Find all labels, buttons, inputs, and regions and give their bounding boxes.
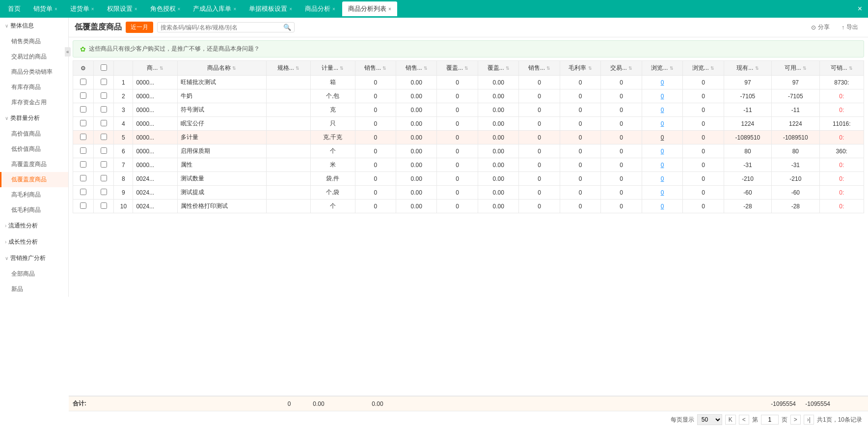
- nav-sales-order[interactable]: 销货单 ×: [27, 1, 63, 16]
- nav-close-all[interactable]: ×: [854, 2, 866, 15]
- col-sales-count[interactable]: 销售... ⇅: [519, 61, 560, 76]
- row-settings-btn[interactable]: [80, 134, 86, 140]
- sidebar-item-low-coverage[interactable]: 低覆盖度商品: [0, 172, 68, 187]
- row-action[interactable]: [73, 200, 94, 213]
- row-settings-btn[interactable]: [80, 189, 86, 195]
- nav-sales-order-close[interactable]: ×: [54, 6, 57, 12]
- row-action[interactable]: [73, 89, 94, 103]
- sidebar-item-category-rate[interactable]: 商品分类动销率: [0, 64, 68, 80]
- row-checkbox[interactable]: [93, 186, 114, 200]
- page-number-input[interactable]: [761, 415, 779, 425]
- sidebar-collapse-button[interactable]: «: [65, 47, 71, 57]
- nav-product-in[interactable]: 产成品入库单 ×: [187, 1, 242, 16]
- sidebar-item-low-profit[interactable]: 低毛利商品: [0, 202, 68, 218]
- row-settings-btn[interactable]: [80, 202, 86, 209]
- nav-purchase-order-close[interactable]: ×: [91, 6, 94, 12]
- row-action[interactable]: [73, 117, 94, 131]
- row-action[interactable]: [73, 131, 94, 144]
- row-checkbox[interactable]: [93, 200, 114, 213]
- nav-product-in-close[interactable]: ×: [233, 6, 236, 12]
- row-checkbox[interactable]: [101, 79, 107, 85]
- per-page-select[interactable]: 50 20 100 200: [697, 414, 722, 425]
- share-button[interactable]: ⊙ 分享: [807, 22, 834, 33]
- prev-page-button[interactable]: <: [739, 415, 749, 425]
- row-checkbox[interactable]: [101, 161, 107, 168]
- sidebar-section-growth[interactable]: › 成长性分析: [0, 234, 68, 250]
- nav-product-analysis-close[interactable]: ×: [332, 6, 335, 12]
- sidebar-item-high-value[interactable]: 高价值商品: [0, 126, 68, 142]
- col-trans-count[interactable]: 交易... ⇅: [601, 61, 642, 76]
- sidebar-item-capital[interactable]: 库存资金占用: [0, 95, 68, 110]
- row-action[interactable]: [73, 144, 94, 158]
- export-button[interactable]: ↑ 导出: [838, 22, 862, 33]
- nav-role-auth[interactable]: 角色授权 ×: [144, 1, 187, 16]
- row-checkbox[interactable]: [101, 120, 107, 126]
- sidebar-item-new-products[interactable]: 新品: [0, 282, 68, 297]
- row-action[interactable]: [73, 76, 94, 89]
- nav-permission[interactable]: 权限设置 ×: [101, 1, 143, 16]
- row-checkbox[interactable]: [93, 76, 114, 89]
- row-checkbox[interactable]: [93, 103, 114, 117]
- row-settings-btn[interactable]: [80, 106, 86, 113]
- col-cover-amount[interactable]: 覆盖... ⇅: [478, 61, 518, 76]
- col-sales-amount[interactable]: 销售... ⇅: [396, 61, 437, 76]
- row-action[interactable]: [73, 158, 94, 172]
- nav-product-analysis-list[interactable]: 商品分析列表 ×: [342, 1, 397, 16]
- row-checkbox[interactable]: [93, 89, 114, 103]
- first-page-button[interactable]: K: [725, 415, 736, 425]
- col-checkbox-all[interactable]: [93, 61, 114, 76]
- row-checkbox[interactable]: [93, 144, 114, 158]
- row-checkbox[interactable]: [101, 134, 107, 140]
- col-browse-val[interactable]: 浏览... ⇅: [683, 61, 724, 76]
- sidebar-section-group-analysis[interactable]: ∨ 类群量分析: [0, 110, 68, 126]
- row-settings-btn[interactable]: [80, 92, 86, 99]
- row-settings-btn[interactable]: [80, 147, 86, 154]
- row-action[interactable]: [73, 103, 94, 117]
- last-page-button[interactable]: ›|: [804, 415, 814, 425]
- row-action[interactable]: [73, 186, 94, 200]
- sidebar-item-traded-products[interactable]: 交易过的商品: [0, 49, 68, 64]
- nav-product-analysis-list-close[interactable]: ×: [388, 6, 391, 12]
- row-checkbox[interactable]: [101, 189, 107, 195]
- row-settings-btn[interactable]: [80, 79, 86, 85]
- sidebar-section-overall[interactable]: ∨ 整体信息: [0, 18, 68, 34]
- nav-purchase-order[interactable]: 进货单 ×: [64, 1, 100, 16]
- row-checkbox[interactable]: [101, 106, 107, 113]
- col-sellable[interactable]: 可销... ⇅: [819, 61, 864, 76]
- col-available[interactable]: 可用... ⇅: [772, 61, 819, 76]
- sidebar-item-all-products[interactable]: 全部商品: [0, 266, 68, 282]
- search-icon[interactable]: 🔍: [283, 24, 291, 31]
- row-checkbox[interactable]: [93, 158, 114, 172]
- nav-template[interactable]: 单据模板设置 ×: [243, 1, 298, 16]
- col-cover-qty[interactable]: 覆盖... ⇅: [437, 61, 478, 76]
- nav-home[interactable]: 首页: [2, 1, 27, 16]
- col-settings[interactable]: ⚙: [73, 61, 94, 76]
- row-checkbox[interactable]: [101, 147, 107, 154]
- row-checkbox[interactable]: [93, 131, 114, 144]
- col-gross-rate[interactable]: 毛利率 ⇅: [560, 61, 600, 76]
- row-checkbox[interactable]: [93, 172, 114, 186]
- col-sales-qty[interactable]: 销售... ⇅: [355, 61, 396, 76]
- nav-permission-close[interactable]: ×: [135, 6, 137, 12]
- row-settings-btn[interactable]: [80, 161, 86, 168]
- sidebar-item-high-profit[interactable]: 高毛利商品: [0, 187, 68, 202]
- row-checkbox[interactable]: [101, 175, 107, 181]
- row-checkbox[interactable]: [101, 92, 107, 99]
- select-all-checkbox[interactable]: [101, 64, 107, 71]
- row-checkbox[interactable]: [101, 202, 107, 209]
- col-current-stock[interactable]: 现有... ⇅: [724, 61, 771, 76]
- sidebar-item-low-value[interactable]: 低价值商品: [0, 142, 68, 157]
- search-input[interactable]: [161, 24, 281, 31]
- row-settings-btn[interactable]: [80, 175, 86, 181]
- nav-template-close[interactable]: ×: [289, 6, 292, 12]
- time-filter-button[interactable]: 近一月: [126, 22, 153, 33]
- nav-role-auth-close[interactable]: ×: [178, 6, 181, 12]
- col-unit[interactable]: 计量... ⇅: [311, 61, 355, 76]
- col-code[interactable]: 商... ⇅: [133, 61, 177, 76]
- row-checkbox[interactable]: [93, 117, 114, 131]
- row-settings-btn[interactable]: [80, 120, 86, 126]
- row-action[interactable]: [73, 172, 94, 186]
- col-name[interactable]: 商品名称 ⇅: [177, 61, 266, 76]
- col-spec[interactable]: 规格... ⇅: [266, 61, 310, 76]
- nav-product-analysis[interactable]: 商品分析 ×: [299, 1, 341, 16]
